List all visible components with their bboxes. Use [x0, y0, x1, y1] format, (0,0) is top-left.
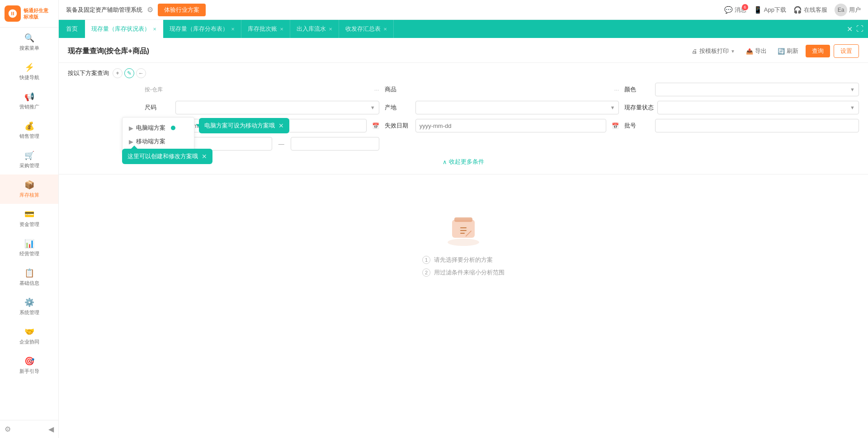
- tab-inventory-dist[interactable]: 现存量（库存分布表） ✕: [163, 20, 241, 38]
- stock-status-select[interactable]: ▼: [657, 101, 859, 114]
- box-icon: 📦: [24, 180, 34, 190]
- tab-batch-account-label: 库存批次账: [248, 25, 277, 33]
- sidebar-item-label-system: 系统管理: [19, 309, 39, 316]
- tabs-bar: 首页 现存量（库存状况表） ✕ 现存量（库存分布表） ✕ 库存批次账 ✕ 出入库…: [59, 20, 868, 38]
- tab-inout-flow[interactable]: 出入库流水 ✕: [290, 20, 339, 38]
- sidebar-item-guide[interactable]: 🎯 新手引导: [0, 351, 58, 380]
- app-download-btn[interactable]: 📱 App下载: [754, 6, 786, 14]
- stock-main-input-max[interactable]: [291, 137, 379, 151]
- sidebar-settings-btn[interactable]: ⚙: [5, 425, 11, 433]
- sidebar-nav: 🔍 搜索菜单 ⚡ 快捷导航 📢 营销推广 💰 销售管理 🛒 采购管理 📦: [0, 28, 58, 420]
- topbar: 装备及固定资产辅助管理系统 ⚙ 体验行业方案 💬 消息 6 📱 App下载 🎧 …: [59, 0, 868, 20]
- message-btn[interactable]: 💬 消息 6: [724, 6, 746, 14]
- tab-fullscreen-icon[interactable]: ⛶: [856, 25, 863, 33]
- sidebar-item-inventory[interactable]: 📦 库存核算: [0, 174, 58, 204]
- sidebar-item-operations[interactable]: 📊 经营管理: [0, 233, 58, 263]
- sidebar-item-label-search: 搜索菜单: [19, 45, 39, 52]
- tab-inventory-status[interactable]: 现存量（库存状况表） ✕: [85, 20, 163, 38]
- industry-plan-button[interactable]: 体验行业方案: [158, 4, 206, 16]
- tab-summary[interactable]: 收发存汇总表 ✕: [339, 20, 394, 38]
- stock-status-dropdown-icon: ▼: [850, 105, 855, 110]
- sidebar-item-sales[interactable]: 💰 销售管理: [0, 116, 58, 145]
- tab-close-icon-5[interactable]: ✕: [383, 27, 387, 32]
- sidebar-item-search[interactable]: 🔍 搜索菜单: [0, 28, 58, 57]
- tab-close-icon-3[interactable]: ✕: [280, 27, 283, 32]
- print-arrow-icon: ▼: [731, 49, 735, 54]
- tab-batch-account[interactable]: 库存批次账 ✕: [241, 20, 290, 38]
- handshake-icon: 🤝: [24, 327, 34, 337]
- search-button[interactable]: 查询: [806, 45, 830, 57]
- tab-close-icon-1[interactable]: ✕: [153, 27, 156, 32]
- tab-close-icon-2[interactable]: ✕: [231, 27, 235, 32]
- color-select[interactable]: ▼: [655, 83, 859, 96]
- production-date-calendar-icon[interactable]: 📅: [372, 122, 379, 129]
- logo-area: 畅通好生意 标准版: [0, 0, 58, 28]
- edit-scheme-btn[interactable]: ✎: [124, 68, 134, 78]
- avatar: Ea: [835, 4, 847, 16]
- tree-arrow-icon-2: ▶: [129, 138, 133, 145]
- sidebar-item-marketing[interactable]: 📢 营销推广: [0, 86, 58, 116]
- sidebar-item-purchase[interactable]: 🛒 采购管理: [0, 145, 58, 174]
- batch-input[interactable]: [655, 119, 859, 132]
- refresh-btn[interactable]: 🔄 刷新: [774, 45, 802, 57]
- content-inner: 现存量查询(按仓库+商品) 🖨 按模板打印 ▼ 📤 导出 🔄: [59, 38, 868, 438]
- back-scheme-btn[interactable]: ←: [136, 68, 146, 78]
- export-label: 导出: [755, 47, 767, 55]
- size-label: 尺码: [145, 104, 172, 112]
- tooltip-scheme-text: 这里可以创建和修改方案哦: [127, 152, 198, 160]
- add-scheme-btn[interactable]: +: [113, 68, 123, 78]
- user-label: 用户: [849, 6, 861, 14]
- sidebar-item-basic-info[interactable]: 📋 基础信息: [0, 263, 58, 292]
- sidebar-item-label-basic-info: 基础信息: [19, 280, 39, 287]
- refresh-icon: 🔄: [778, 48, 785, 55]
- chart-icon: 📊: [24, 239, 34, 249]
- tooltip-desktop-close[interactable]: ✕: [278, 122, 284, 129]
- tab-close-all-icon[interactable]: ✕: [847, 25, 853, 33]
- expiry-date-calendar-icon[interactable]: 📅: [612, 122, 619, 129]
- tree-item-mobile-label: 移动端方案: [136, 137, 165, 146]
- money-icon: 💰: [24, 121, 34, 131]
- step-1-label: 请先选择要分析的方案: [434, 256, 493, 264]
- tab-home[interactable]: 首页: [59, 25, 85, 33]
- filter-header: 按以下方案查询 + ✎ ←: [68, 68, 859, 78]
- size-dropdown-icon: ▼: [370, 105, 375, 110]
- goods-dots-icon[interactable]: ···: [614, 86, 619, 93]
- headset-icon: 🎧: [793, 6, 802, 14]
- step-num-2: 2: [422, 268, 430, 277]
- content-area: 现存量查询(按仓库+商品) 🖨 按模板打印 ▼ 📤 导出 🔄: [59, 38, 868, 438]
- sidebar-item-label-inventory: 库存核算: [19, 192, 39, 198]
- online-support-btn[interactable]: 🎧 在线客服: [793, 6, 827, 14]
- cart-icon: 🛒: [24, 151, 34, 160]
- export-btn[interactable]: 📤 导出: [742, 45, 770, 57]
- size-select[interactable]: ▼: [175, 101, 379, 114]
- settings-button[interactable]: 设置: [834, 44, 859, 58]
- card-icon: 💳: [24, 209, 34, 219]
- filter-row-1: 按-仓库 ··· 商品 ··· 颜色: [145, 83, 859, 96]
- warehouse-dots-icon[interactable]: ···: [374, 86, 379, 93]
- step-2-label: 用过滤条件来缩小分析范围: [434, 268, 505, 277]
- user-area[interactable]: Ea 用户: [835, 4, 861, 16]
- tabs-actions: ✕ ⛶: [847, 25, 868, 33]
- app-download-label: App下载: [764, 6, 786, 14]
- sidebar-item-finance[interactable]: 💳 资金管理: [0, 204, 58, 233]
- logo-text: 畅通好生意 标准版: [24, 7, 48, 20]
- export-icon: 📤: [746, 48, 753, 55]
- search-icon: 🔍: [24, 33, 34, 43]
- tab-home-label: 首页: [66, 25, 78, 32]
- expiry-date-input[interactable]: [415, 119, 607, 132]
- sidebar-collapse-btn[interactable]: ◀: [48, 425, 54, 433]
- message-badge: 6: [742, 4, 748, 10]
- topbar-settings-icon[interactable]: ⚙: [147, 5, 153, 14]
- print-btn[interactable]: 🖨 按模板打印 ▼: [688, 45, 739, 57]
- sidebar-item-system[interactable]: ⚙️ 系统管理: [0, 292, 58, 321]
- sidebar-item-quick-nav[interactable]: ⚡ 快捷导航: [0, 57, 58, 86]
- tab-close-icon-4[interactable]: ✕: [329, 27, 332, 32]
- origin-select[interactable]: ▼: [415, 101, 619, 114]
- system-name: 装备及固定资产辅助管理系统: [66, 6, 142, 14]
- sidebar-item-collaboration[interactable]: 🤝 企业协同: [0, 321, 58, 351]
- tree-item-desktop[interactable]: ▶ 电脑端方案: [123, 121, 194, 135]
- tab-inventory-status-label: 现存量（库存状况表）: [91, 25, 150, 33]
- tooltip-scheme-close[interactable]: ✕: [202, 153, 207, 160]
- color-label: 颜色: [624, 85, 651, 94]
- online-support-label: 在线客服: [804, 6, 827, 14]
